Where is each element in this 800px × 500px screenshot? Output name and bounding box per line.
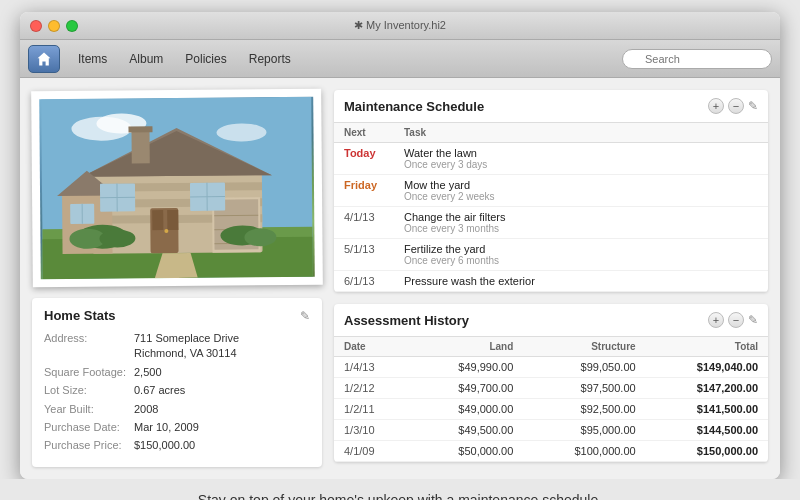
stats-edit-icon[interactable]: ✎ [300,309,310,323]
sqft-row: Square Footage: 2,500 [44,365,310,380]
assess-col-structure: Structure [523,337,645,357]
col-header-next: Next [334,123,394,143]
toolbar: Items Album Policies Reports 🔍 [20,40,780,78]
assess-land: $49,700.00 [410,378,523,399]
maintenance-table: Next Task Today Water the lawn Once ever… [334,123,768,292]
maintenance-row: 4/1/13 Change the air filters Once every… [334,207,768,239]
caption-line1: Stay on top of your home's upkeep with a… [10,489,790,500]
window-title: ✱ My Inventory.hi2 [354,19,446,32]
maintenance-header: Maintenance Schedule + − ✎ [334,90,768,123]
policies-nav-button[interactable]: Policies [175,46,236,72]
reports-nav-button[interactable]: Reports [239,46,301,72]
svg-rect-32 [128,126,152,132]
maint-task: Fertilize the yard Once every 6 months [394,239,768,271]
search-input[interactable] [622,49,772,69]
maintenance-actions: + − ✎ [708,98,758,114]
assess-date: 1/4/13 [334,357,410,378]
maintenance-row: Today Water the lawn Once every 3 days [334,143,768,175]
assessment-header: Assessment History + − ✎ [334,304,768,337]
assess-date: 1/2/12 [334,378,410,399]
sqft-value: 2,500 [134,365,162,380]
address-label: Address: [44,331,134,362]
assess-land: $49,000.00 [410,399,523,420]
app-window: ✱ My Inventory.hi2 Items Album Policies … [20,12,780,479]
col-header-task: Task [394,123,768,143]
maintenance-row: 5/1/13 Fertilize the yard Once every 6 m… [334,239,768,271]
house-illustration [39,97,315,279]
minimize-button[interactable] [48,20,60,32]
assessment-remove-button[interactable]: − [728,312,744,328]
traffic-lights [20,20,78,32]
assessment-row: 1/2/11 $49,000.00 $92,500.00 $141,500.00 [334,399,768,420]
stats-title-row: Home Stats ✎ [44,308,310,323]
year-value: 2008 [134,402,158,417]
assessment-title: Assessment History [344,313,469,328]
home-button[interactable] [28,45,60,73]
address-row: Address: 711 Someplace DriveRichmond, VA… [44,331,310,362]
assess-date: 1/2/11 [334,399,410,420]
svg-point-22 [164,229,168,233]
purchase-date-row: Purchase Date: Mar 10, 2009 [44,420,310,435]
maintenance-row: Friday Mow the yard Once every 2 weeks [334,175,768,207]
svg-rect-31 [131,128,149,163]
assess-structure: $100,000.00 [523,441,645,462]
maintenance-add-button[interactable]: + [708,98,724,114]
home-stats-section: Home Stats ✎ Address: 711 Someplace Driv… [32,298,322,467]
assess-structure: $92,500.00 [523,399,645,420]
sqft-label: Square Footage: [44,365,134,380]
maintenance-edit-button[interactable]: ✎ [748,99,758,113]
assessment-row: 1/4/13 $49,990.00 $99,050.00 $149,040.00 [334,357,768,378]
purchase-date-value: Mar 10, 2009 [134,420,199,435]
assess-land: $49,500.00 [410,420,523,441]
assess-structure: $97,500.00 [523,378,645,399]
titlebar: ✱ My Inventory.hi2 [20,12,780,40]
assess-total: $150,000.00 [646,441,768,462]
maint-next: 5/1/13 [334,239,394,271]
assess-total: $147,200.00 [646,378,768,399]
assess-structure: $95,000.00 [523,420,645,441]
left-panel: Home Stats ✎ Address: 711 Someplace Driv… [32,90,322,467]
right-panel: Maintenance Schedule + − ✎ Next Task [334,90,768,467]
assess-total: $144,500.00 [646,420,768,441]
home-icon [36,51,52,67]
maint-next: Today [334,143,394,175]
address-value: 711 Someplace DriveRichmond, VA 30114 [134,331,239,362]
property-photo [39,97,315,279]
search-wrapper: 🔍 [622,49,772,69]
purchase-date-label: Purchase Date: [44,420,134,435]
items-nav-button[interactable]: Items [68,46,117,72]
assessment-add-button[interactable]: + [708,312,724,328]
assess-date: 1/3/10 [334,420,410,441]
stats-title: Home Stats [44,308,116,323]
main-content: Home Stats ✎ Address: 711 Someplace Driv… [20,78,780,479]
maint-task: Change the air filters Once every 3 mont… [394,207,768,239]
album-nav-button[interactable]: Album [119,46,173,72]
lot-label: Lot Size: [44,383,134,398]
assess-total: $149,040.00 [646,357,768,378]
maint-next: 4/1/13 [334,207,394,239]
close-button[interactable] [30,20,42,32]
assessment-edit-button[interactable]: ✎ [748,313,758,327]
maint-task: Pressure wash the exterior [394,271,768,292]
assess-total: $141,500.00 [646,399,768,420]
maint-next: Friday [334,175,394,207]
assess-land: $50,000.00 [410,441,523,462]
maintenance-remove-button[interactable]: − [728,98,744,114]
assess-col-land: Land [410,337,523,357]
svg-rect-20 [152,210,163,230]
svg-rect-21 [167,210,178,230]
assess-col-total: Total [646,337,768,357]
assess-structure: $99,050.00 [523,357,645,378]
assess-land: $49,990.00 [410,357,523,378]
assessment-row: 1/3/10 $49,500.00 $95,000.00 $144,500.00 [334,420,768,441]
maximize-button[interactable] [66,20,78,32]
lot-value: 0.67 acres [134,383,185,398]
assessment-actions: + − ✎ [708,312,758,328]
maint-task: Mow the yard Once every 2 weeks [394,175,768,207]
maint-next: 6/1/13 [334,271,394,292]
caption: Stay on top of your home's upkeep with a… [0,479,800,500]
property-photo-frame [31,89,323,288]
maint-task: Water the lawn Once every 3 days [394,143,768,175]
year-row: Year Built: 2008 [44,402,310,417]
year-label: Year Built: [44,402,134,417]
